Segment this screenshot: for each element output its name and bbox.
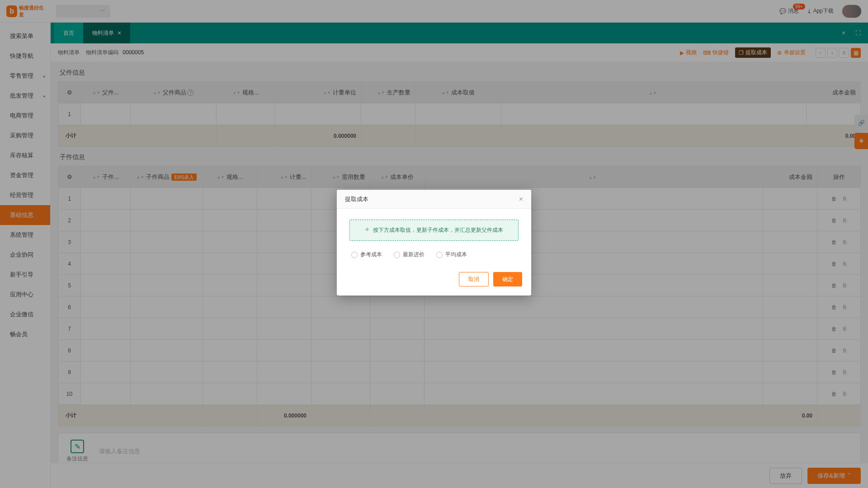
cost-option-group: 参考成本 最新进价 平均成本	[349, 251, 519, 258]
modal-ok-button[interactable]: 确定	[493, 272, 522, 286]
modal-tip: ✧ 按下方成本取值，更新子件成本，并汇总更新父件成本	[349, 220, 519, 241]
cost-option-reference[interactable]: 参考成本	[351, 251, 382, 258]
extract-cost-modal: 提取成本 × ✧ 按下方成本取值，更新子件成本，并汇总更新父件成本 参考成本 最…	[337, 190, 531, 296]
bulb-icon: ✧	[365, 226, 369, 233]
cost-option-latest[interactable]: 最新进价	[394, 251, 425, 258]
modal-close-button[interactable]: ×	[519, 195, 523, 203]
modal-title: 提取成本	[345, 195, 519, 203]
cost-option-average[interactable]: 平均成本	[436, 251, 467, 258]
modal-cancel-button[interactable]: 取消	[459, 272, 489, 286]
